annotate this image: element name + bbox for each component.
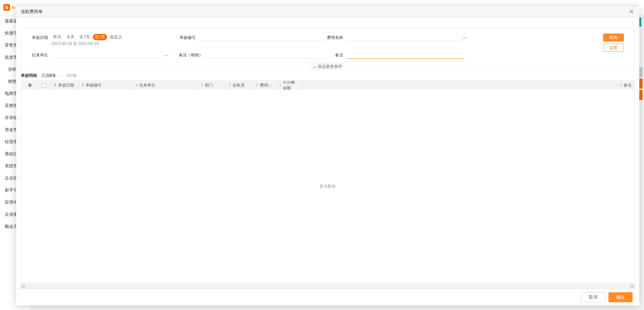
date-preset-1month[interactable]: 近1月 [93, 34, 107, 40]
horizontal-scrollbar[interactable] [21, 284, 635, 289]
date-preset-today[interactable]: 今天 [64, 34, 76, 40]
selected-count: 已选0条 [42, 73, 56, 79]
modal-header: 选取费用单 ✕ [16, 6, 639, 17]
filter-label-note: 备注 [326, 51, 346, 59]
scroll-left-icon[interactable] [21, 284, 25, 288]
total-count: 共0条 [66, 73, 77, 79]
party-input[interactable] [51, 52, 162, 58]
filter-actions: 查询 设置 [603, 34, 624, 52]
close-icon[interactable]: ✕ [628, 8, 635, 15]
sort-icon: ▲▼ [135, 83, 138, 87]
note-input[interactable] [346, 52, 465, 58]
total-prefix: 共 [66, 73, 70, 78]
filter-label-party: 往来单位 [31, 51, 51, 59]
date-presets: 昨天 今天 近7天 近1月 自定义 [51, 34, 124, 40]
query-button[interactable]: 查询 [603, 34, 624, 42]
sort-icon: ▲▼ [54, 83, 57, 87]
col-amount[interactable]: ▲▼可分摊金额 [276, 81, 302, 90]
col-label: 备注 [624, 83, 632, 88]
col-label: 可分摊金额 [283, 81, 299, 91]
col-label: 业务员 [232, 83, 245, 88]
col-label: 往来单位 [139, 83, 155, 88]
detail-title: 单据明细 [21, 73, 37, 79]
selected-prefix: 已选 [42, 73, 50, 78]
filter-label-fee-name: 费用名称 [326, 34, 346, 41]
sort-icon: ▲▼ [82, 83, 84, 87]
settings-button[interactable]: 设置 [603, 44, 624, 52]
col-party[interactable]: ▲▼往来单位 [132, 81, 198, 90]
modal-body: 查询 设置 单据日期 昨天 今天 近7天 [16, 17, 639, 289]
confirm-button[interactable]: 确定 [608, 292, 633, 302]
col-label: 费用... [260, 83, 271, 88]
col-code[interactable]: ▲▼单据编号 [79, 81, 132, 90]
scroll-right-icon[interactable] [630, 284, 634, 288]
column-settings[interactable] [21, 81, 38, 90]
col-sales[interactable]: ▲▼业务员 [226, 81, 253, 90]
total-number: 0 [70, 73, 73, 78]
more-icon[interactable]: … [162, 51, 170, 57]
date-preset-yesterday[interactable]: 昨天 [51, 34, 63, 40]
filter-panel: 单据日期 昨天 今天 近7天 近1月 自定义 2023-02-18 至 2023… [21, 28, 635, 70]
date-range: 2023-02-18 至 2023-03-18 [51, 41, 124, 47]
sort-icon: ▲▼ [279, 83, 281, 87]
checkbox-icon [42, 83, 47, 88]
sort-icon: ▲▼ [256, 83, 259, 87]
col-dept[interactable]: ▲▼部门 [198, 81, 226, 90]
selected-number: 0 [50, 73, 52, 78]
col-label: 部门 [205, 83, 213, 88]
collapse-conditions[interactable]: ︽ 收起更多条件 [311, 63, 344, 70]
note-detail-input[interactable] [204, 52, 326, 58]
modal-footer: 取消 确定 [16, 289, 639, 305]
sort-icon: ▲▼ [228, 83, 231, 87]
total-suffix: 条 [73, 73, 77, 78]
modal-overlay: 选取费用单 ✕ 查询 设置 单据日期 昨天 [0, 0, 644, 310]
col-label: 单据日期 [58, 83, 74, 88]
filter-label-note-detail: 备注（明细） [179, 51, 204, 59]
selected-suffix: 条 [52, 73, 56, 78]
col-fee[interactable]: ▲▼费用... [253, 81, 276, 90]
table-body-empty: 暂无数据 [21, 90, 634, 283]
table-header: ▲▼单据日期 ▲▼单据编号 ▲▼往来单位 ▲▼部门 ▲▼业务员 ▲▼费用... … [21, 81, 634, 90]
fee-name-input[interactable] [346, 34, 461, 41]
collapse-label: 收起更多条件 [318, 64, 342, 69]
modal-select-expense: 选取费用单 ✕ 查询 设置 单据日期 昨天 [16, 6, 639, 305]
table: ▲▼单据日期 ▲▼单据编号 ▲▼往来单位 ▲▼部门 ▲▼业务员 ▲▼费用... … [21, 81, 635, 283]
col-label: 单据编号 [86, 83, 102, 88]
filter-label-code: 单据编号 [179, 34, 199, 41]
chevron-up-icon: ︽ [313, 64, 317, 69]
code-input[interactable] [199, 34, 326, 41]
sort-icon: ▲▼ [201, 83, 204, 87]
filter-row: 往来单位 … 备注（明细） 备注 [31, 51, 624, 59]
cancel-button[interactable]: 取消 [581, 292, 605, 302]
col-remark[interactable]: ▲▼备注 [302, 81, 634, 90]
gear-icon [27, 83, 32, 88]
divider: | [61, 73, 62, 78]
date-preset-custom[interactable]: 自定义 [108, 34, 124, 40]
detail-header: 单据明细 已选0条 | 共0条 [16, 70, 639, 81]
more-icon[interactable]: … [461, 34, 469, 39]
select-all-checkbox[interactable] [38, 81, 51, 90]
sort-icon: ▲▼ [620, 83, 622, 87]
filter-row: 单据日期 昨天 今天 近7天 近1月 自定义 2023-02-18 至 2023… [31, 34, 624, 47]
col-date[interactable]: ▲▼单据日期 [51, 81, 79, 90]
date-preset-7days[interactable]: 近7天 [77, 34, 92, 40]
modal-title: 选取费用单 [21, 9, 43, 15]
filter-label-date: 单据日期 [31, 34, 51, 41]
empty-text: 暂无数据 [320, 184, 336, 189]
